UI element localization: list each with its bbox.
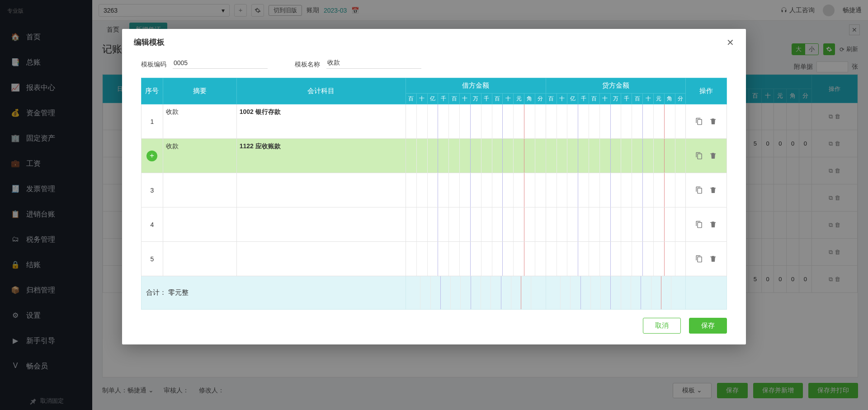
total-op-empty bbox=[686, 276, 727, 310]
row-account[interactable]: 1002 银行存款 bbox=[236, 104, 406, 139]
col-debit: 借方金额 bbox=[406, 78, 546, 94]
row-account[interactable]: 1122 应收账款 bbox=[236, 139, 406, 173]
row-index: 4 bbox=[142, 207, 163, 242]
template-code-input[interactable] bbox=[173, 57, 268, 69]
copy-row-icon[interactable] bbox=[695, 255, 703, 263]
delete-row-icon[interactable] bbox=[709, 255, 717, 263]
row-account[interactable] bbox=[236, 173, 406, 207]
col-credit: 贷方金额 bbox=[546, 78, 686, 94]
digit-unit: 分 bbox=[675, 94, 686, 104]
digit-unit: 亿 bbox=[427, 94, 438, 104]
table-row[interactable]: 1收款1002 银行存款 bbox=[142, 104, 727, 139]
digit-unit: 百 bbox=[632, 94, 643, 104]
row-index: 5 bbox=[142, 242, 163, 276]
template-table: 序号 摘要 会计科目 借方金额 贷方金额 操作 百十亿千百十万千百十元角分百十亿… bbox=[141, 78, 727, 310]
modal-overlay: 编辑模板 ✕ 模板编码 模板名称 序号 摘要 会计科目 借方金额 bbox=[0, 0, 868, 410]
row-credit[interactable] bbox=[546, 104, 686, 139]
row-ops bbox=[686, 173, 727, 207]
row-account[interactable] bbox=[236, 207, 406, 242]
copy-row-icon[interactable] bbox=[695, 152, 703, 160]
copy-row-icon[interactable] bbox=[695, 221, 703, 228]
total-label: 合计： bbox=[146, 288, 166, 296]
row-index: 3 bbox=[142, 173, 163, 207]
digit-unit: 千 bbox=[621, 94, 632, 104]
row-account[interactable] bbox=[236, 242, 406, 276]
row-debit[interactable] bbox=[406, 242, 546, 276]
copy-row-icon[interactable] bbox=[695, 186, 703, 194]
row-summary[interactable]: 收款 bbox=[163, 104, 236, 139]
cancel-button[interactable]: 取消 bbox=[643, 318, 681, 334]
table-row[interactable]: 5 bbox=[142, 242, 727, 276]
delete-row-icon[interactable] bbox=[709, 152, 717, 160]
digit-unit: 百 bbox=[589, 94, 599, 104]
digit-unit: 十 bbox=[460, 94, 471, 104]
row-debit[interactable] bbox=[406, 207, 546, 242]
row-summary[interactable] bbox=[163, 173, 236, 207]
digit-unit: 万 bbox=[610, 94, 621, 104]
total-debit bbox=[406, 276, 546, 310]
digit-unit: 元 bbox=[653, 94, 664, 104]
row-credit[interactable] bbox=[546, 173, 686, 207]
row-summary[interactable]: 收款 bbox=[163, 139, 236, 173]
template-code-field: 模板编码 bbox=[141, 57, 268, 69]
table-row[interactable]: 4 bbox=[142, 207, 727, 242]
add-row-button[interactable]: ＋ bbox=[146, 151, 157, 161]
digit-unit: 十 bbox=[599, 94, 610, 104]
delete-row-icon[interactable] bbox=[709, 186, 717, 194]
digit-unit: 亿 bbox=[567, 94, 578, 104]
row-summary[interactable] bbox=[163, 242, 236, 276]
modal-title: 编辑模板 bbox=[134, 37, 165, 47]
row-debit[interactable] bbox=[406, 139, 546, 173]
row-ops bbox=[686, 139, 727, 173]
row-ops bbox=[686, 104, 727, 139]
template-code-label: 模板编码 bbox=[141, 61, 166, 69]
digit-unit: 千 bbox=[578, 94, 589, 104]
template-name-input[interactable] bbox=[326, 57, 421, 69]
digit-unit: 万 bbox=[470, 94, 481, 104]
digit-unit: 百 bbox=[546, 94, 557, 104]
col-account: 会计科目 bbox=[236, 78, 406, 104]
template-name-field: 模板名称 bbox=[295, 57, 421, 69]
save-button[interactable]: 保存 bbox=[689, 318, 727, 334]
digit-unit: 千 bbox=[481, 94, 492, 104]
digit-unit: 元 bbox=[514, 94, 524, 104]
digit-unit: 角 bbox=[524, 94, 535, 104]
row-summary[interactable] bbox=[163, 207, 236, 242]
row-ops bbox=[686, 242, 727, 276]
row-debit[interactable] bbox=[406, 104, 546, 139]
table-row[interactable]: ＋收款1122 应收账款 bbox=[142, 139, 727, 173]
template-name-label: 模板名称 bbox=[295, 61, 320, 69]
digit-unit: 角 bbox=[664, 94, 675, 104]
row-credit[interactable] bbox=[546, 207, 686, 242]
digit-unit: 千 bbox=[438, 94, 449, 104]
total-text: 零元整 bbox=[168, 288, 189, 296]
digit-unit: 十 bbox=[416, 94, 427, 104]
edit-template-modal: 编辑模板 ✕ 模板编码 模板名称 序号 摘要 会计科目 借方金额 bbox=[122, 29, 746, 344]
col-index: 序号 bbox=[142, 78, 163, 104]
table-row[interactable]: 3 bbox=[142, 173, 727, 207]
total-cell: 合计： 零元整 bbox=[142, 276, 406, 310]
row-credit[interactable] bbox=[546, 242, 686, 276]
row-index: ＋ bbox=[142, 139, 163, 173]
modal-close-button[interactable]: ✕ bbox=[726, 38, 734, 47]
row-ops bbox=[686, 207, 727, 242]
row-debit[interactable] bbox=[406, 173, 546, 207]
digit-unit: 十 bbox=[643, 94, 654, 104]
digit-unit: 百 bbox=[406, 94, 416, 104]
digit-unit: 分 bbox=[535, 94, 546, 104]
digit-unit: 十 bbox=[503, 94, 514, 104]
digit-unit: 百 bbox=[449, 94, 460, 104]
total-credit bbox=[546, 276, 686, 310]
digit-unit: 百 bbox=[492, 94, 503, 104]
delete-row-icon[interactable] bbox=[709, 118, 717, 125]
copy-row-icon[interactable] bbox=[695, 118, 703, 125]
digit-unit: 十 bbox=[557, 94, 567, 104]
delete-row-icon[interactable] bbox=[709, 221, 717, 228]
row-credit[interactable] bbox=[546, 139, 686, 173]
col-op: 操作 bbox=[686, 78, 727, 104]
row-index: 1 bbox=[142, 104, 163, 139]
col-summary: 摘要 bbox=[163, 78, 236, 104]
